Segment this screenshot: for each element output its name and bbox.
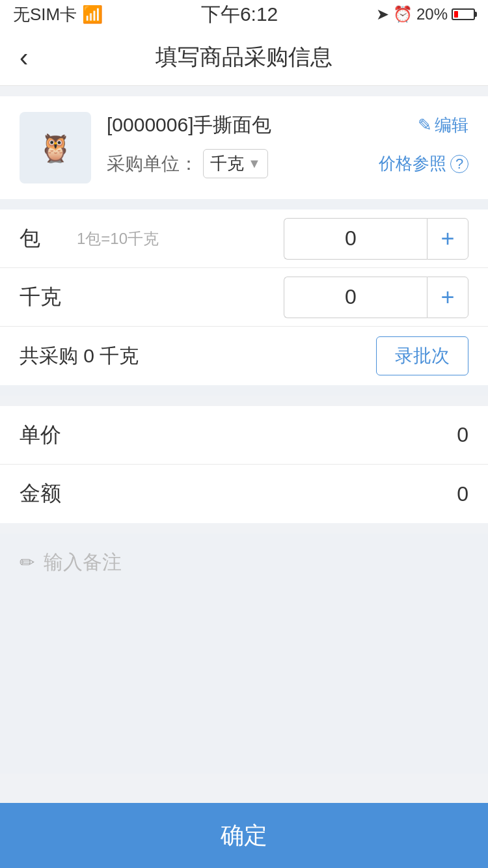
confirm-bar[interactable]: 确定 (0, 803, 488, 868)
status-left: 无SIM卡 📶 (13, 3, 103, 26)
unit-select-value: 千克 (210, 152, 244, 175)
product-thumbnail: 🦉 (38, 132, 72, 164)
kg-input-row: 千克 + (0, 268, 488, 327)
edit-icon: ✎ (418, 115, 432, 135)
status-bar: 无SIM卡 📶 下午6:12 ➤ ⏰ 20% (0, 0, 488, 29)
battery-percent: 20% (416, 5, 448, 23)
confirm-button[interactable]: 确定 (221, 820, 267, 852)
batch-button[interactable]: 录批次 (376, 336, 468, 375)
pencil-icon: ✏ (20, 552, 34, 573)
price-ref-button[interactable]: 价格参照 ? (379, 152, 468, 175)
product-name-row: [0000006]手撕面包 ✎ 编辑 (107, 112, 468, 139)
status-time: 下午6:12 (201, 1, 278, 28)
summary-text: 共采购 0 千克 (20, 343, 139, 370)
summary-row: 共采购 0 千克 录批次 (0, 327, 488, 385)
back-button[interactable]: ‹ (20, 44, 28, 70)
amount-label: 金额 (20, 480, 61, 508)
battery-icon (452, 8, 475, 20)
product-card: 🦉 [0000006]手撕面包 ✎ 编辑 采购单位： 千克 ▼ (0, 96, 488, 199)
bag-label: 包 (20, 224, 72, 253)
bag-input-row: 包 1包=10千克 + (0, 210, 488, 268)
unit-price-row: 单价 0 (0, 406, 488, 465)
alarm-icon: ⏰ (393, 5, 413, 23)
notes-placeholder: 输入备注 (44, 549, 122, 576)
chevron-down-icon: ▼ (248, 156, 261, 171)
carrier-label: 无SIM卡 (13, 3, 77, 26)
section-divider-2 (0, 385, 488, 396)
unit-price-label: 单价 (20, 421, 61, 450)
amount-row: 金额 0 (0, 465, 488, 523)
bag-quantity-input[interactable] (284, 218, 427, 260)
product-image: 🦉 (20, 112, 91, 183)
kg-plus-button[interactable]: + (427, 277, 468, 318)
kg-label: 千克 (20, 283, 72, 312)
unit-price-value: 0 (457, 423, 468, 447)
input-section: 包 1包=10千克 + 千克 + (0, 210, 488, 327)
amount-value: 0 (457, 482, 468, 506)
bag-input-control: + (284, 218, 468, 260)
summary-amount-value: 0 (83, 345, 94, 366)
bag-plus-button[interactable]: + (427, 218, 468, 260)
unit-select[interactable]: 千克 ▼ (203, 149, 268, 178)
wifi-icon: 📶 (82, 5, 103, 25)
edit-button[interactable]: ✎ 编辑 (418, 114, 468, 137)
location-icon: ➤ (376, 5, 389, 23)
section-divider-1 (0, 199, 488, 210)
unit-row: 采购单位： 千克 ▼ 价格参照 ? (107, 149, 468, 178)
help-icon: ? (450, 155, 468, 173)
price-section: 单价 0 金额 0 (0, 406, 488, 523)
empty-area (0, 591, 488, 774)
page-title: 填写商品采购信息 (156, 42, 332, 72)
kg-input-control: + (284, 277, 468, 318)
bag-sublabel: 1包=10千克 (77, 228, 284, 249)
kg-quantity-input[interactable] (284, 277, 427, 318)
product-info: [0000006]手撕面包 ✎ 编辑 采购单位： 千克 ▼ 价格参照 ? (107, 112, 468, 178)
nav-bar: ‹ 填写商品采购信息 (0, 29, 488, 86)
status-right: ➤ ⏰ 20% (376, 5, 475, 23)
unit-label: 采购单位： (107, 152, 198, 176)
notes-section[interactable]: ✏ 输入备注 (0, 534, 488, 591)
product-full-name: [0000006]手撕面包 (107, 112, 271, 139)
